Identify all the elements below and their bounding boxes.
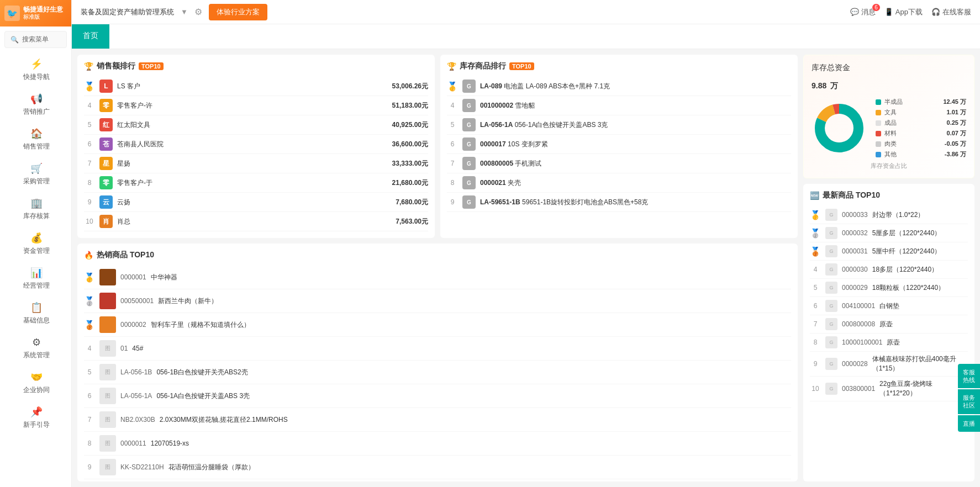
legend-item-meat: 肉类 -0.05 万	[876, 140, 966, 148]
logo-sub: 标准版	[23, 13, 63, 21]
float-btn-community[interactable]: 服务社区	[958, 389, 980, 414]
hot-item-2: 🥈 000500001 新西兰牛肉（新牛）	[84, 289, 791, 313]
finance-icon: 💰	[30, 232, 43, 244]
sidebar-item-enterprise[interactable]: 🤝 企业协同	[0, 366, 71, 400]
stock-avatar-6: G	[462, 176, 476, 189]
rank-row-2: 4 零 零售客户-许 51,183.00元	[84, 96, 428, 115]
hot-rank-2: 🥈	[84, 296, 95, 306]
newest-rank-4: 4	[810, 266, 821, 273]
newest-code-7: 000800008	[842, 320, 875, 328]
headset-icon: 🎧	[931, 8, 940, 16]
rank-row-8: 10 肖 肖总 7,563.00元	[84, 212, 428, 231]
hot-rank-1: 🥇	[84, 272, 95, 283]
stock-avatar-1: G	[462, 80, 476, 93]
stock-name-6: 0000021 夹壳	[480, 178, 791, 188]
sidebar-item-label: 销售管理	[23, 142, 50, 151]
sidebar-item-guide[interactable]: 📌 新手引导	[0, 400, 71, 435]
stock-medal-1: 🥇	[447, 81, 458, 92]
newest-icon: 🆕	[810, 191, 819, 200]
hot-code-9: KK-SD22110H	[120, 463, 164, 471]
newest-products-panel: 🆕 最新商品 TOP10 🥇 G 0000033 封边带（1.0*22） 🥈	[803, 184, 974, 481]
legend-item-other: 其他 -3.86 万	[876, 150, 966, 158]
legend-item-stationery: 文具 1.01 万	[876, 108, 966, 117]
newest-item-2: 🥈 G 0000032 5厘多层（1220*2440）	[810, 224, 968, 242]
newest-products-label: 最新商品 TOP10	[823, 190, 880, 200]
newest-img-10: G	[825, 383, 837, 395]
trophy-icon: 🏆	[84, 62, 93, 71]
sidebar-item-finance[interactable]: 💰 资金管理	[0, 226, 71, 261]
rank-num-6: 8	[84, 179, 95, 187]
newest-code-2: 0000032	[842, 229, 868, 237]
legend-value-semifinished: 12.45 万	[943, 98, 966, 106]
rank-name-1: LS 客户	[117, 82, 388, 91]
sidebar-item-marketing[interactable]: 📢 营销推广	[0, 87, 71, 122]
logo-text: 畅捷通好生意 标准版	[23, 6, 63, 21]
notifications-badge: 6	[872, 4, 880, 11]
hot-rank-8: 8	[84, 440, 95, 447]
sidebar-item-label: 资金管理	[23, 246, 50, 256]
newest-name-10: 22g鱼豆腐-烧烤味（1*12*20）	[879, 379, 968, 398]
hot-img-8: 图	[99, 435, 116, 452]
app-download-item[interactable]: 📱 App下载	[884, 7, 923, 17]
inventory-legend: 半成品 12.45 万 文具 1.01 万	[876, 98, 966, 158]
message-icon: 💬	[850, 8, 859, 16]
stock-num-4: 6	[447, 140, 458, 148]
settings-icon[interactable]: ⚙	[194, 7, 202, 17]
inventory-total-text: 库存总资金	[812, 63, 850, 72]
sidebar-item-sales[interactable]: 🏠 销售管理	[0, 122, 71, 157]
donut-chart	[812, 100, 867, 156]
phone-icon: 📱	[884, 8, 893, 16]
rank-row-6: 8 零 零售客户-于 21,680.00元	[84, 173, 428, 193]
rank-name-2: 零售客户-许	[117, 101, 388, 110]
search-menu-button[interactable]: 🔍 搜索菜单	[4, 31, 67, 48]
hot-item-6: 6 图 LA-056-1A 056-1A白色按键开关盖ABS 3壳	[84, 384, 791, 408]
dropdown-icon[interactable]: ▼	[181, 8, 188, 16]
hot-img-7: 图	[99, 411, 116, 428]
hot-code-7: NB2.0X30B	[120, 416, 155, 424]
sidebar-item-basic[interactable]: 📋 基础信息	[0, 296, 71, 331]
rank-num-7: 9	[84, 198, 95, 206]
legend-label-stationery: 文具	[884, 108, 944, 117]
quick-nav-icon: ⚡	[30, 58, 43, 70]
stock-num-7: 9	[447, 198, 458, 206]
newest-code-9: 0000028	[842, 360, 868, 368]
inventory-amount-value: 9.88	[812, 81, 826, 90]
legend-label-material: 材料	[884, 129, 944, 137]
stock-name-5: 000800005 手机测试	[480, 159, 791, 168]
online-service-item[interactable]: 🎧 在线客服	[931, 7, 971, 17]
newest-rank-2: 🥈	[810, 228, 821, 239]
newest-code-5: 0000029	[842, 284, 868, 292]
purchase-icon: 🛒	[30, 162, 43, 174]
page: 首页 🏆 销售额排行 TO	[72, 24, 980, 487]
sidebar-item-quick-nav[interactable]: ⚡ 快捷导航	[0, 52, 71, 87]
newest-name-2: 5厘多层（1220*2440）	[872, 229, 968, 238]
newest-code-8: 10000100001	[842, 338, 882, 346]
stock-row-1: 🥇 G LA-089 电池盖 LA-089 ABS本色+黑种 7.1克	[447, 77, 791, 96]
rank-avatar-6: 零	[99, 176, 113, 189]
sidebar-item-purchase[interactable]: 🛒 采购管理	[0, 157, 71, 192]
float-btn-hotline[interactable]: 客服热线	[958, 364, 980, 389]
online-service-label: 在线客服	[942, 7, 971, 17]
hot-rank-9: 9	[84, 463, 95, 471]
rank-num-3: 5	[84, 121, 95, 129]
sales-icon: 🏠	[30, 128, 43, 140]
sidebar-item-operation[interactable]: 📊 经营管理	[0, 261, 71, 296]
newest-img-9: G	[825, 358, 837, 370]
hot-img-3	[99, 316, 116, 333]
notifications-item[interactable]: 💬 消息 6	[850, 7, 876, 17]
inventory-amount: 9.88 万	[812, 75, 966, 92]
newest-name-6: 白钢垫	[879, 301, 968, 311]
search-label: 搜索菜单	[22, 35, 49, 44]
float-btn-live[interactable]: 直播	[958, 415, 980, 432]
sidebar-item-system[interactable]: ⚙ 系统管理	[0, 331, 71, 366]
hot-products-panel: 🔥 热销商品 TOP10 🥇 0000001 中华神器 🥈	[77, 244, 798, 481]
newest-name-4: 18多层（1220*2440）	[872, 265, 968, 274]
trial-button[interactable]: 体验行业方案	[209, 4, 267, 20]
rank-name-7: 云扬	[117, 198, 391, 207]
hot-rank-4: 4	[84, 345, 95, 352]
stock-avatar-5: G	[462, 157, 476, 170]
newest-item-3: 🥉 G 0000031 5厘中纤（1220*2440）	[810, 242, 968, 261]
sidebar-item-inventory[interactable]: 🏢 库存核算	[0, 192, 71, 226]
legend-value-material: 0.07 万	[947, 129, 966, 137]
tab-home[interactable]: 首页	[72, 24, 109, 49]
